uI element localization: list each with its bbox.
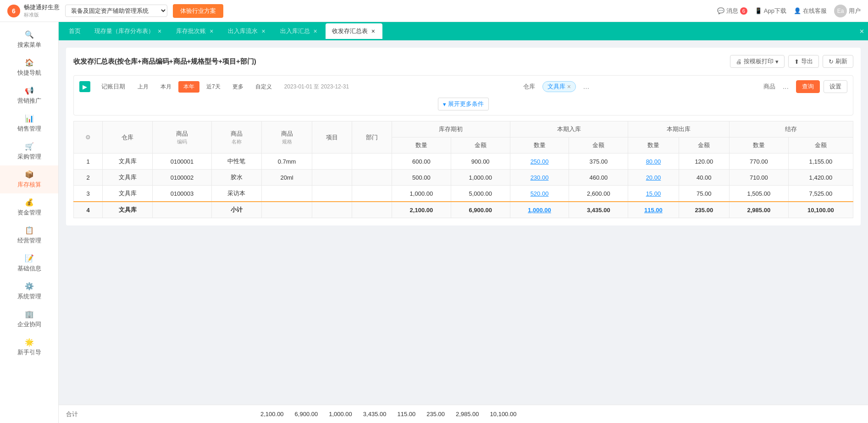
- sidebar-item-system[interactable]: ⚙️ 系统管理: [0, 277, 58, 305]
- close-all-tabs[interactable]: ✕: [859, 28, 864, 35]
- cell-in-qty[interactable]: 1,000.00: [510, 202, 569, 218]
- col-open-amt: 金额: [451, 137, 510, 154]
- app-download-button[interactable]: 📱 App下载: [755, 7, 786, 15]
- cell-index: 3: [74, 186, 103, 202]
- sidebar-item-quick[interactable]: 🏠 快捷导航: [0, 54, 58, 82]
- cell-goods-code: 0100003: [153, 186, 212, 202]
- cell-in-amt: 375.00: [569, 154, 628, 170]
- cell-department: [352, 170, 392, 186]
- footer-spacer3: [182, 409, 218, 419]
- goods-label: 商品: [763, 82, 775, 91]
- date-range-display: 2023-01-01 至 2023-12-31: [284, 83, 349, 91]
- sidebar-item-marketing[interactable]: 📢 营销推广: [0, 82, 58, 110]
- main-layout: 🔍 搜索菜单 🏠 快捷导航 📢 营销推广 📊 销售管理 🛒 采购管理 📦 库存核…: [0, 22, 868, 423]
- warehouse-more-button[interactable]: ...: [583, 82, 589, 91]
- refresh-button[interactable]: ↻ 刷新: [823, 55, 853, 68]
- footer-close-amt: 10,100.00: [485, 409, 522, 419]
- export-button[interactable]: ⬆ 导出: [788, 55, 819, 68]
- sidebar-item-operations[interactable]: 📋 经营管理: [0, 221, 58, 249]
- cell-out-qty[interactable]: 20.00: [628, 170, 679, 186]
- settings-filter-button[interactable]: 设置: [824, 80, 847, 93]
- operations-icon: 📋: [25, 226, 34, 235]
- cell-out-qty[interactable]: 115.00: [628, 202, 679, 218]
- tab-close-recv-summary[interactable]: ×: [370, 27, 376, 35]
- cell-out-qty[interactable]: 15.00: [628, 186, 679, 202]
- cell-in-qty[interactable]: 250.00: [510, 154, 569, 170]
- expand-more-row: ▾ 展开更多条件: [79, 96, 847, 110]
- cell-open-qty: 2,100.00: [392, 202, 451, 218]
- sidebar-item-guide[interactable]: 🌟 新手引导: [0, 333, 58, 361]
- filter-collapse-button[interactable]: ▶: [79, 81, 90, 92]
- sidebar-item-basic[interactable]: 📝 基础信息: [0, 249, 58, 277]
- message-button[interactable]: 💬 消息 6: [717, 7, 747, 15]
- tab-home[interactable]: 首页: [62, 23, 87, 39]
- cell-in-qty[interactable]: 230.00: [510, 170, 569, 186]
- table-body: 1 文具库 0100001 中性笔 0.7mm 600.00 900.00 25…: [74, 154, 853, 218]
- sidebar-item-finance[interactable]: 💰 资金管理: [0, 193, 58, 221]
- query-button[interactable]: 查询: [796, 80, 820, 93]
- inventory-icon: 📦: [25, 170, 34, 179]
- date-btn-this-month[interactable]: 本月: [155, 81, 177, 93]
- footer-totals: 2,100.00 6,900.00 1,000.00 3,435.00 115.…: [108, 409, 861, 419]
- col-project: 项目: [312, 121, 352, 154]
- table-settings-icon[interactable]: ⚙: [85, 134, 91, 141]
- cell-department: [352, 202, 392, 218]
- export-icon: ⬆: [794, 58, 799, 65]
- cell-goods-name: 小计: [211, 202, 261, 218]
- cell-in-qty[interactable]: 520.00: [510, 186, 569, 202]
- tab-close-inventory[interactable]: ×: [157, 27, 162, 35]
- date-btn-this-year[interactable]: 本年: [178, 81, 199, 93]
- col-opening: 库存期初: [392, 121, 510, 137]
- sidebar-item-sales[interactable]: 📊 销售管理: [0, 110, 58, 137]
- sidebar-item-purchase[interactable]: 🛒 采购管理: [0, 137, 58, 165]
- cell-close-qty: 710.00: [729, 170, 788, 186]
- date-btn-7days[interactable]: 近7天: [201, 81, 226, 93]
- cell-open-amt: 6,900.00: [451, 202, 510, 218]
- system-icon: ⚙️: [25, 282, 34, 291]
- header-right: 💬 消息 6 📱 App下载 👤 在线客服 Ea 用户: [717, 5, 861, 17]
- main-card: 收发存汇总表(按仓库+商品编码+商品+规格型号+项目+部门) 🖨 按模板打印 ▾…: [66, 48, 861, 225]
- sidebar-item-inventory[interactable]: 📦 库存核算: [0, 165, 58, 193]
- filter-row-1: 记账日期 上月 本月 本年 近7天 更多 自定义 2023-01-01 至 20…: [101, 80, 847, 93]
- trial-button[interactable]: 体验行业方案: [173, 4, 223, 18]
- table-row: 3 文具库 0100003 采访本 1,000.00 5,000.00 520.…: [74, 186, 853, 202]
- expand-more-button[interactable]: ▾ 展开更多条件: [438, 98, 489, 110]
- col-warehouse: 仓库: [103, 121, 153, 154]
- tab-inout-flow[interactable]: 出入库流水 ×: [221, 23, 272, 39]
- tab-inventory[interactable]: 现存量（库存分布表） ×: [88, 23, 169, 39]
- tab-close-batch[interactable]: ×: [209, 27, 214, 35]
- cell-department: [352, 154, 392, 170]
- home-icon: 🏠: [25, 58, 34, 67]
- col-settings: ⚙: [74, 121, 103, 154]
- footer-row: 2,100.00 6,900.00 1,000.00 3,435.00 115.…: [108, 409, 522, 419]
- warehouse-tag-close[interactable]: ×: [567, 83, 571, 90]
- cell-out-qty[interactable]: 80.00: [628, 154, 679, 170]
- footer-label: 合计: [66, 410, 103, 418]
- print-button[interactable]: 🖨 按模板打印 ▾: [730, 55, 785, 68]
- enterprise-icon: 🏢: [25, 310, 34, 319]
- cell-in-amt: 460.00: [569, 170, 628, 186]
- cell-project: [312, 186, 352, 202]
- date-btn-more[interactable]: 更多: [227, 81, 249, 93]
- basic-icon: 📝: [25, 254, 34, 263]
- table-row: 4 文具库 小计 2,100.00 6,900.00 1,000.00 3,43…: [74, 202, 853, 218]
- cell-close-qty: 1,505.00: [729, 186, 788, 202]
- footer-spacer: [108, 409, 145, 419]
- table-row: 2 文具库 0100002 胶水 20ml 500.00 1,000.00 23…: [74, 170, 853, 186]
- system-selector[interactable]: 装备及固定资产辅助管理系统: [65, 5, 167, 17]
- user-menu[interactable]: Ea 用户: [834, 5, 861, 17]
- date-btn-custom[interactable]: 自定义: [250, 81, 277, 93]
- col-department: 部门: [352, 121, 392, 154]
- date-btn-last-month[interactable]: 上月: [133, 81, 154, 93]
- tab-batch[interactable]: 库存批次账 ×: [170, 23, 221, 39]
- tab-inout-summary[interactable]: 出入库汇总 ×: [274, 23, 325, 39]
- finance-icon: 💰: [25, 198, 34, 207]
- col-goods-code: 商品编码: [153, 121, 212, 154]
- online-service-button[interactable]: 👤 在线客服: [794, 7, 827, 15]
- tab-close-inout-flow[interactable]: ×: [260, 27, 266, 35]
- tab-close-inout-summary[interactable]: ×: [313, 27, 318, 35]
- sidebar-item-enterprise[interactable]: 🏢 企业协同: [0, 305, 58, 333]
- sidebar-item-search[interactable]: 🔍 搜索菜单: [0, 26, 58, 54]
- goods-more-button[interactable]: ...: [783, 82, 789, 91]
- tab-recv-summary[interactable]: 收发存汇总表 ×: [326, 23, 382, 39]
